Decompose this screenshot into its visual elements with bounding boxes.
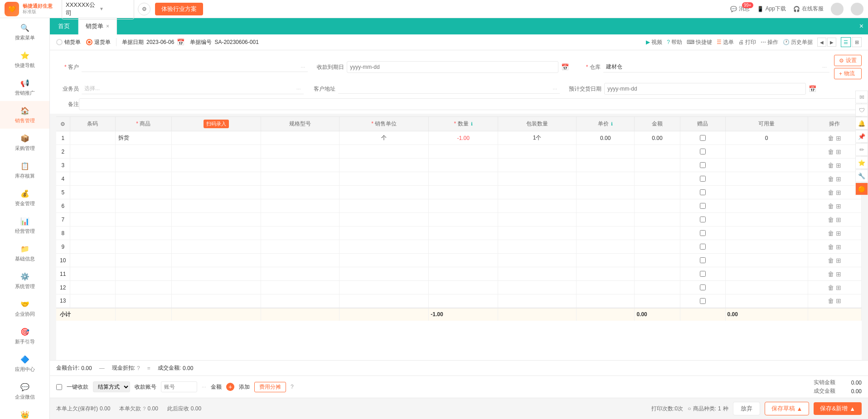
sidebar-item-marketing[interactable]: 📢 营销推广	[0, 73, 49, 101]
row-product[interactable]	[115, 159, 171, 172]
row-unit[interactable]	[339, 213, 429, 226]
salesperson-input[interactable]: 选择... ···	[82, 83, 304, 94]
row-price[interactable]	[576, 159, 634, 172]
row-barcode[interactable]	[70, 145, 115, 159]
row-qty[interactable]	[429, 294, 498, 308]
row-delete-btn[interactable]: 🗑	[828, 257, 834, 264]
radio-sales[interactable]: 销货单	[56, 39, 81, 46]
row-amount[interactable]	[635, 199, 680, 213]
video-btn[interactable]: ▶ 视频	[646, 39, 662, 46]
add-pay-btn[interactable]: +	[226, 383, 234, 391]
rf-pin-btn[interactable]: 📌	[855, 130, 868, 143]
row-pack-qty[interactable]	[498, 240, 577, 254]
shortcut-btn[interactable]: ⌨ 快捷键	[687, 39, 712, 46]
operate-btn[interactable]: ⋯ 操作	[761, 39, 778, 46]
row-barcode[interactable]	[70, 199, 115, 213]
row-barcode[interactable]	[70, 186, 115, 199]
row-qty[interactable]	[429, 199, 498, 213]
row-product[interactable]	[115, 267, 171, 281]
row-amount[interactable]	[635, 226, 680, 240]
row-delete-btn[interactable]: 🗑	[828, 216, 834, 223]
row-price[interactable]	[576, 254, 634, 267]
row-delete-btn[interactable]: 🗑	[828, 202, 834, 210]
rf-shield-btn[interactable]: 🛡	[855, 104, 868, 116]
row-unit[interactable]	[339, 267, 429, 281]
row-delete-btn[interactable]: 🗑	[828, 148, 834, 155]
row-barcode[interactable]	[70, 294, 115, 308]
row-spec[interactable]	[261, 159, 339, 172]
rf-mail-btn[interactable]: ✉	[855, 91, 868, 103]
row-amount[interactable]: 0.00	[635, 131, 680, 145]
row-gift[interactable]	[680, 254, 725, 267]
row-pack-qty[interactable]	[498, 226, 577, 240]
row-gift[interactable]	[680, 226, 725, 240]
settings-btn[interactable]: ⚙ 设置	[834, 55, 862, 66]
tab-close-icon[interactable]: ×	[106, 23, 109, 29]
row-copy-btn[interactable]: ⊞	[836, 243, 841, 250]
row-pack-qty[interactable]	[498, 172, 577, 186]
row-spec[interactable]	[261, 131, 339, 145]
debt-help-icon[interactable]: ?	[143, 406, 145, 411]
row-delete-btn[interactable]: 🗑	[828, 270, 834, 278]
company-selector[interactable]: XXXXXX公司 ▼	[62, 0, 134, 19]
row-copy-btn[interactable]: ⊞	[836, 162, 841, 169]
payment-due-input[interactable]	[347, 61, 558, 73]
row-copy-btn[interactable]: ⊞	[836, 284, 841, 291]
row-qty[interactable]	[429, 172, 498, 186]
row-gift[interactable]	[680, 213, 725, 226]
row-barcode[interactable]	[70, 131, 115, 145]
row-unit[interactable]	[339, 254, 429, 267]
sidebar-item-collab[interactable]: 🤝 企业协同	[0, 294, 49, 322]
row-pack-qty[interactable]	[498, 281, 577, 294]
row-delete-btn[interactable]: 🗑	[828, 175, 834, 183]
expected-date-input[interactable]	[604, 83, 806, 95]
row-barcode[interactable]	[70, 213, 115, 226]
row-product[interactable]	[115, 172, 171, 186]
row-product[interactable]	[115, 145, 171, 159]
row-spec[interactable]	[261, 267, 339, 281]
row-delete-btn[interactable]: 🗑	[828, 230, 834, 237]
app-download-button[interactable]: 📱 App下载	[757, 5, 786, 13]
row-qty[interactable]	[429, 159, 498, 172]
row-spec[interactable]	[261, 294, 339, 308]
row-pack-qty[interactable]	[498, 213, 577, 226]
row-copy-btn[interactable]: ⊞	[836, 216, 841, 223]
row-unit[interactable]	[339, 145, 429, 159]
row-product[interactable]	[115, 240, 171, 254]
row-pack-qty[interactable]	[498, 254, 577, 267]
row-copy-btn[interactable]: ⊞	[836, 175, 841, 183]
row-product[interactable]	[115, 186, 171, 199]
rf-edit-btn[interactable]: ✏	[855, 143, 868, 156]
row-qty[interactable]	[429, 145, 498, 159]
expense-btn[interactable]: 费用分摊	[254, 382, 286, 392]
sidebar-item-search[interactable]: 🔍 搜索菜单	[0, 18, 49, 46]
customer-addr-input[interactable]: ···	[338, 84, 560, 94]
scan-enter-btn[interactable]: 扫码录入	[204, 120, 229, 128]
row-unit[interactable]	[339, 294, 429, 308]
row-price[interactable]	[576, 226, 634, 240]
sidebar-item-system[interactable]: ⚙️ 系统管理	[0, 267, 49, 294]
row-unit[interactable]	[339, 199, 429, 213]
abandon-button[interactable]: 放弃	[733, 402, 760, 415]
rf-star-btn[interactable]: ⭐	[855, 156, 868, 169]
sidebar-item-member[interactable]: 👑 畅会员	[0, 405, 49, 419]
row-spec[interactable]	[261, 226, 339, 240]
row-spec[interactable]	[261, 240, 339, 254]
row-product[interactable]	[115, 213, 171, 226]
row-unit[interactable]	[339, 226, 429, 240]
customer-input[interactable]: ···	[82, 63, 308, 72]
row-product[interactable]	[115, 254, 171, 267]
row-delete-btn[interactable]: 🗑	[828, 297, 834, 304]
row-amount[interactable]	[635, 267, 680, 281]
help-btn[interactable]: ? 帮助	[667, 39, 682, 46]
row-price[interactable]	[576, 145, 634, 159]
radio-return[interactable]: 退货单	[86, 39, 111, 46]
row-copy-btn[interactable]: ⊞	[836, 257, 841, 264]
row-barcode[interactable]	[70, 159, 115, 172]
row-unit[interactable]: 个	[339, 131, 429, 145]
row-product[interactable]	[115, 199, 171, 213]
user-avatar2[interactable]	[851, 3, 863, 15]
row-copy-btn[interactable]: ⊞	[836, 148, 841, 155]
row-gift[interactable]	[680, 131, 725, 145]
row-copy-btn[interactable]: ⊞	[836, 135, 841, 142]
